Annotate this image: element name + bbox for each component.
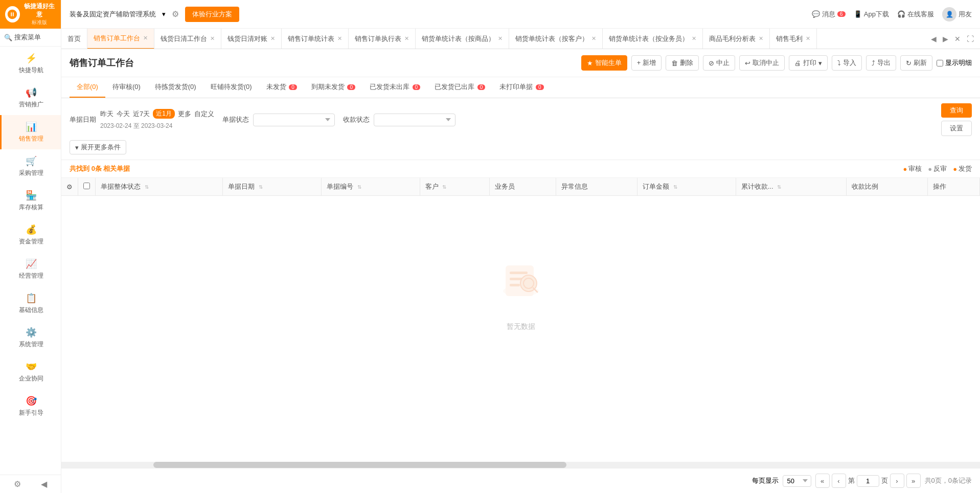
tab-close-sales-exec[interactable]: ✕ [404,35,409,42]
sidebar-item-guide[interactable]: 🎯 新手引导 [0,389,61,423]
stop-button[interactable]: ⊘ 中止 [703,55,735,71]
tab-close-cash-reconcile[interactable]: ✕ [270,35,275,42]
show-detail-checkbox[interactable] [937,60,943,66]
add-button[interactable]: + 新增 [631,55,662,71]
first-page-button[interactable]: « [815,474,830,488]
app-download-button[interactable]: 📱 App下载 [854,10,889,19]
message-button[interactable]: 💬 消息 6 [812,10,846,19]
sidebar-item-basic-info[interactable]: 📋 基础信息 [0,286,61,321]
subtab-shipped-out[interactable]: 已发货已出库 0 [427,77,492,98]
tab-close-sales-stat[interactable]: ✕ [337,35,342,42]
tab-close-product[interactable]: ✕ [498,35,503,42]
tab-sales-stat-staff[interactable]: 销货单统计表（按业务员） ✕ [603,29,703,49]
next-page-button[interactable]: › [890,474,904,488]
sidebar-search[interactable]: 🔍 搜索菜单 [0,29,61,47]
tab-close-staff[interactable]: ✕ [692,35,696,42]
page-input[interactable] [857,475,879,487]
sidebar-item-marketing[interactable]: 📢 营销推广 [0,81,61,115]
export-button[interactable]: ⤴ 导出 [866,55,896,71]
online-service-button[interactable]: 🎧 在线客服 [897,10,934,19]
prev-page-button[interactable]: ‹ [832,474,846,488]
tab-sales-workbench[interactable]: 销售订单工作台 ✕ [87,29,154,49]
hscroll-bar[interactable] [61,462,980,468]
tab-close-customer[interactable]: ✕ [591,35,596,42]
tab-sales-stat-customer[interactable]: 销货单统计表（按客户） ✕ [509,29,603,49]
sidebar-item-inventory[interactable]: 🏪 库存核算 [0,184,61,218]
subtab-not-printed[interactable]: 未打印单据 0 [492,77,551,98]
tab-sales-exec[interactable]: 销售订单执行表 ✕ [349,29,416,49]
tab-gross-profit[interactable]: 商品毛利分析表 ✕ [703,29,770,49]
subtab-wangpu[interactable]: 旺铺待发货(0) [203,77,259,98]
delete-button[interactable]: 🗑 删除 [666,55,699,71]
subtab-shipped-not-out[interactable]: 已发货未出库 0 [362,77,427,98]
hscroll-thumb[interactable] [153,462,567,468]
sort-icon[interactable]: ⇅ [777,184,781,190]
sort-icon[interactable]: ⇅ [673,184,677,190]
tab-sales-gross[interactable]: 销售毛利 ✕ [770,29,817,49]
date-today[interactable]: 今天 [117,109,130,119]
tab-cash-daily[interactable]: 钱货日清工作台 ✕ [154,29,221,49]
user-menu[interactable]: 👤 用友 [942,7,972,21]
last-page-button[interactable]: » [906,474,921,488]
show-detail-checkbox-label[interactable]: 显示明细 [937,58,972,68]
subtab-expired-not-shipped[interactable]: 到期未发货 0 [304,77,362,98]
th-number: 单据编号 ⇅ [321,178,420,196]
anti-review-action[interactable]: ● 反审 [928,164,947,173]
print-button[interactable]: 🖨 打印 ▾ [789,55,828,71]
tab-sales-stat[interactable]: 销售订单统计表 ✕ [282,29,349,49]
topbar-gear-icon[interactable]: ⚙ [172,9,179,19]
tab-cash-reconcile[interactable]: 钱货日清对账 ✕ [221,29,282,49]
tabs-close-button[interactable]: ✕ [952,34,963,44]
sidebar-item-sales[interactable]: 📊 销售管理 [0,115,61,149]
cancel-stop-button[interactable]: ↩ 取消中止 [739,55,785,71]
query-button[interactable]: 查询 [941,103,972,118]
set-button[interactable]: 设置 [941,121,972,136]
date-yesterday[interactable]: 昨天 [100,109,113,119]
sort-icon[interactable]: ⇅ [145,184,149,190]
tabs-next-button[interactable]: ▶ [941,34,950,44]
tab-sales-stat-product[interactable]: 销货单统计表（按商品） ✕ [416,29,509,49]
import-button[interactable]: ⤵ 导入 [832,55,862,71]
expand-button[interactable]: ▾ 展开更多条件 [70,140,126,154]
subtab-pending-review[interactable]: 待审核(0) [105,77,148,98]
sidebar-collapse-button[interactable]: ◀ [41,479,47,489]
payment-select[interactable] [374,114,455,126]
sidebar-item-quick-nav[interactable]: ⚡ 快捷导航 [0,47,61,81]
subtab-not-shipped[interactable]: 未发货 0 [259,77,304,98]
tab-home[interactable]: 首页 [61,29,87,49]
subtab-pending-delivery[interactable]: 待拣货发货(0) [148,77,203,98]
tabs-fullscreen-button[interactable]: ⛶ [965,34,976,44]
tab-close-sales-workbench[interactable]: ✕ [143,35,148,41]
th-check[interactable] [78,178,96,196]
th-settings[interactable]: ⚙ [61,178,78,196]
ship-action[interactable]: ● 发货 [953,164,972,173]
page-size-select[interactable]: 50 10 20 100 [783,475,811,487]
system-dropdown-icon[interactable]: ▾ [162,10,166,18]
sidebar-item-finance[interactable]: 💰 资金管理 [0,218,61,252]
select-all-checkbox[interactable] [83,183,90,189]
sidebar-item-purchase[interactable]: 🛒 采购管理 [0,149,61,184]
subtab-all[interactable]: 全部(0) [70,77,105,98]
trial-btn[interactable]: 体验行业方案 [185,7,239,22]
smart-create-button[interactable]: ★ 智能生单 [581,55,627,71]
headset-icon: 🎧 [897,10,905,18]
tab-close-gross-profit[interactable]: ✕ [759,35,763,42]
sidebar-settings-button[interactable]: ⚙ [14,479,21,489]
sidebar-item-system[interactable]: ⚙️ 系统管理 [0,321,61,355]
refresh-button[interactable]: ↻ 刷新 [900,55,932,71]
status-select[interactable] [253,114,335,126]
review-action[interactable]: ● 审核 [903,164,922,173]
date-7days[interactable]: 近7天 [133,109,150,119]
sort-icon[interactable]: ⇅ [357,184,361,190]
sort-icon[interactable]: ⇅ [259,184,263,190]
sidebar-item-enterprise[interactable]: 🤝 企业协同 [0,355,61,389]
sort-icon[interactable]: ⇅ [442,184,446,190]
date-1month[interactable]: 近1月 [153,109,175,119]
date-more[interactable]: 更多 [178,109,191,119]
th-staff: 业务员 [489,178,556,196]
date-custom[interactable]: 自定义 [194,109,214,119]
tab-close-sales-gross[interactable]: ✕ [806,35,810,42]
tabs-prev-button[interactable]: ◀ [929,34,939,44]
tab-close-cash-daily[interactable]: ✕ [210,35,215,42]
sidebar-item-operations[interactable]: 📈 经营管理 [0,252,61,286]
